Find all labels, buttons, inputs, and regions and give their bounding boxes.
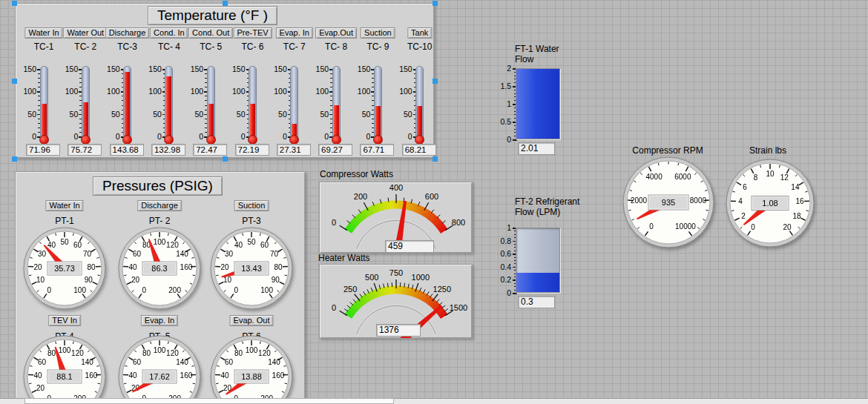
svg-text:40: 40 — [234, 241, 243, 249]
pressure-gauge-pt-1[interactable]: 010203040506070809010035.73 — [22, 226, 107, 311]
pressure-gauge-pt-3[interactable]: 010203040506070809010013.43 — [209, 226, 294, 311]
svg-text:0: 0 — [751, 223, 755, 231]
pressure-gauge-pt-5[interactable]: 02040608010012014016020017.62 — [117, 334, 202, 404]
channel-value: 75.72 — [68, 144, 102, 156]
compressor-rpm-gauge[interactable]: 0200040006000800010000935 — [622, 156, 715, 249]
svg-text:4000: 4000 — [645, 173, 662, 181]
pressure-gauge-pt-2[interactable]: 02040608010012014016020086.3 — [117, 226, 202, 311]
svg-text:80: 80 — [87, 263, 96, 271]
scale-tick-label: 0 — [395, 132, 412, 141]
tank-scale-label: 0.8 — [493, 236, 511, 245]
horizontal-scrollbar-thumb[interactable] — [24, 398, 394, 404]
thermometer-tc-9[interactable]: SuctionTC- 905010015067.71 — [357, 26, 398, 158]
channel-id: TC- 2 — [65, 42, 106, 52]
temperature-panel-title: Temperature (°F ) — [148, 6, 277, 25]
channel-value: 27.31 — [277, 144, 311, 156]
svg-text:6: 6 — [743, 183, 747, 191]
svg-text:30: 30 — [225, 250, 234, 258]
tank-scale-label: 0.5 — [493, 117, 511, 126]
channel-label-button-evap-in: Evap. In — [276, 27, 313, 39]
scale-tick-label: 0 — [102, 132, 120, 141]
channel-label-button-evap-out: Evap.Out — [315, 27, 357, 39]
selection-handle[interactable] — [433, 156, 438, 162]
scale-tick-label: 100 — [102, 87, 120, 96]
thermometer-tc-8[interactable]: Evap.OutTC- 805010015069.27 — [315, 26, 357, 158]
svg-text:120: 120 — [71, 349, 84, 357]
tank-fill — [516, 273, 559, 292]
thermometer-tc-10[interactable]: TankTC-1005010015068.21 — [399, 26, 441, 158]
pressure-gauge-id: PT- 2 — [130, 216, 189, 226]
thermometer-tc-2[interactable]: Water OutTC- 205010015075.72 — [65, 26, 106, 158]
selection-handle[interactable] — [223, 156, 228, 162]
thermometer-fill — [166, 76, 171, 139]
scale-tick-label: 150 — [60, 64, 78, 73]
scale-tick-label: 100 — [395, 87, 412, 96]
thermometer-tc-1[interactable]: Water InTC-105010015071.96 — [23, 26, 65, 158]
channel-id: TC-1 — [23, 42, 65, 52]
svg-text:80: 80 — [234, 349, 243, 357]
gauge-value: 35.73 — [54, 264, 75, 273]
tank-scale-label: 0 — [493, 135, 511, 144]
temperature-panel[interactable]: Temperature (°F ) Water InTC-10501001507… — [15, 3, 435, 159]
svg-text:750: 750 — [389, 268, 403, 277]
svg-text:1000: 1000 — [412, 273, 430, 282]
selection-handle[interactable] — [12, 79, 17, 84]
heater-watts-meter[interactable]: 02505007501000125015001376 — [319, 264, 473, 339]
svg-text:6000: 6000 — [674, 173, 691, 181]
scale-tick-label: 0 — [269, 132, 287, 141]
selection-handle[interactable] — [433, 79, 438, 84]
svg-text:20: 20 — [36, 384, 45, 392]
svg-text:0: 0 — [332, 303, 336, 312]
selection-handle[interactable] — [12, 1, 17, 6]
gauge-value: 88.1 — [56, 372, 72, 381]
tank-scale-label: 1 — [493, 223, 511, 232]
scale-tick-label: 150 — [228, 64, 246, 73]
scale-tick-label: 50 — [102, 110, 120, 119]
svg-text:8000: 8000 — [690, 196, 707, 205]
thermometer-tc-3[interactable]: DischargeTC-3050100150143.68 — [107, 26, 148, 158]
thermometer-fill — [375, 106, 381, 139]
strain-lbs-gauge[interactable]: 024681012141618201.08 — [725, 158, 815, 248]
svg-text:40: 40 — [220, 371, 229, 380]
scale-tick-label: 0 — [352, 132, 370, 141]
svg-text:50: 50 — [247, 238, 256, 246]
selection-handle[interactable] — [433, 1, 438, 6]
scale-tick-label: 150 — [311, 64, 329, 73]
svg-text:0: 0 — [332, 218, 336, 227]
scale-tick-label: 50 — [228, 110, 246, 119]
tank-scale-label: 2 — [493, 64, 511, 73]
gauge-value: 86.3 — [151, 264, 167, 273]
thermometer-tc-6[interactable]: Pre-TEVTC- 605010015072.19 — [232, 26, 274, 158]
channel-value: 67.71 — [360, 144, 394, 156]
selection-handle[interactable] — [12, 156, 17, 162]
compressor-watts-meter[interactable]: 0200400600800459 — [319, 182, 473, 254]
svg-text:40: 40 — [128, 371, 137, 380]
svg-text:1250: 1250 — [433, 285, 451, 294]
svg-text:70: 70 — [270, 250, 279, 258]
svg-text:10: 10 — [36, 276, 45, 284]
scale-tick-label: 50 — [144, 110, 162, 119]
svg-text:80: 80 — [274, 263, 283, 271]
pressures-panel[interactable]: Pressures (PSIG) Water InPT-101020304050… — [15, 171, 306, 404]
scale-tick-label: 50 — [352, 110, 370, 119]
scale-tick-label: 50 — [311, 110, 329, 119]
pressure-gauge-pt-4[interactable]: 02040608010012014016020088.1 — [22, 334, 107, 404]
svg-text:80: 80 — [142, 349, 151, 357]
svg-text:600: 600 — [425, 192, 438, 201]
scale-tick-label: 0 — [185, 132, 203, 141]
thermometer-fill — [417, 106, 422, 139]
selection-handle[interactable] — [223, 1, 228, 6]
thermometer-tc-4[interactable]: Cond. InTC- 4050100150132.98 — [148, 26, 190, 158]
scale-tick-label: 0 — [60, 132, 78, 141]
pressures-panel-title: Pressures (PSIG) — [93, 176, 223, 196]
thermometer-tc-5[interactable]: Cond. OutTC- 505010015072.47 — [190, 26, 231, 158]
scale-tick-label: 0 — [311, 132, 329, 141]
svg-text:60: 60 — [260, 241, 269, 249]
svg-text:20: 20 — [131, 276, 140, 284]
svg-text:70: 70 — [83, 250, 92, 258]
scale-tick-label: 50 — [60, 110, 78, 119]
pressure-gauge-pt-6[interactable]: 02040608010012014016020013.88 — [209, 334, 294, 404]
gauge-value: 1.08 — [762, 199, 777, 208]
thermometer-tc-7[interactable]: Evap. InTC- 705010015027.31 — [274, 26, 315, 158]
svg-text:20: 20 — [783, 223, 792, 231]
